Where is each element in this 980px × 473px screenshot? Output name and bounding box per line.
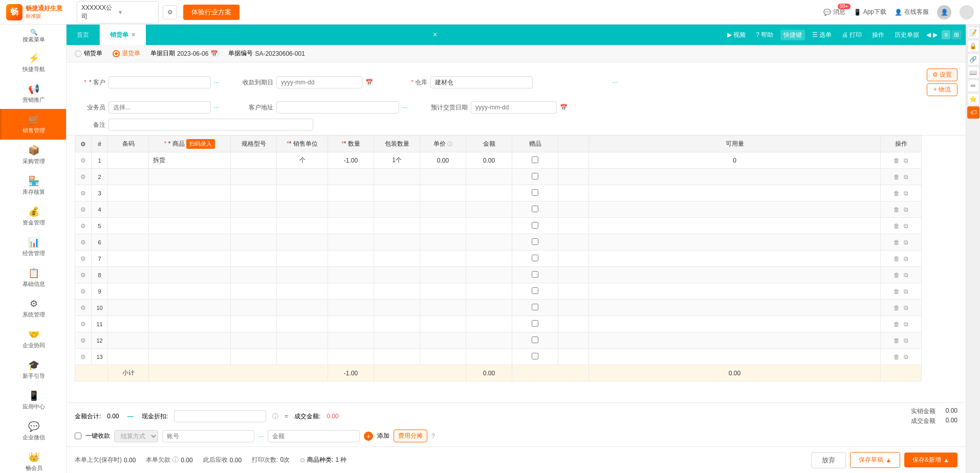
float-btn-note[interactable]: 📝: [967, 27, 979, 39]
price-info-icon[interactable]: ⓘ: [447, 141, 452, 147]
delete-row-icon[interactable]: 🗑: [894, 222, 900, 230]
row-pack[interactable]: [374, 316, 420, 332]
sidebar-item-finance[interactable]: 💰 资金管理: [0, 201, 66, 232]
row-barcode[interactable]: [108, 251, 149, 267]
abandon-button[interactable]: 放弃: [811, 452, 846, 468]
row-product[interactable]: [149, 300, 231, 316]
address-input[interactable]: [276, 101, 399, 114]
row-amount[interactable]: [466, 234, 512, 251]
row-gift-checkbox[interactable]: [512, 300, 558, 316]
row-amount[interactable]: [466, 185, 512, 201]
row-unit[interactable]: [277, 332, 328, 349]
row-pack[interactable]: [374, 201, 420, 218]
row-barcode[interactable]: [108, 201, 149, 218]
row-price[interactable]: 0.00: [420, 152, 466, 169]
row-gift-checkbox[interactable]: [512, 316, 558, 332]
row-pack[interactable]: [374, 218, 420, 234]
row-unit[interactable]: [277, 169, 328, 185]
row-spec[interactable]: [231, 332, 277, 349]
copy-row-icon[interactable]: ⧉: [904, 206, 908, 213]
row-gear[interactable]: ⚙: [75, 152, 92, 169]
toolbar-help-btn[interactable]: ? 帮助: [753, 30, 776, 40]
row-barcode[interactable]: [108, 300, 149, 316]
row-unit[interactable]: [277, 316, 328, 332]
online-service-button[interactable]: 👤 在线客服: [895, 8, 929, 16]
avatar2[interactable]: [960, 5, 974, 19]
save-new-button[interactable]: 保存&新增 ▲: [904, 453, 957, 467]
address-more-btn[interactable]: ···: [402, 104, 407, 111]
toolbar-video-btn[interactable]: ▶ 视频: [724, 30, 749, 40]
sidebar-item-management[interactable]: 📊 经营管理: [0, 232, 66, 262]
row-spec[interactable]: [231, 283, 277, 300]
calendar-icon[interactable]: 📅: [210, 50, 218, 57]
row-gift-checkbox[interactable]: [512, 201, 558, 218]
row-gear[interactable]: ⚙: [75, 169, 92, 185]
one-click-payment-checkbox[interactable]: [75, 433, 81, 439]
row-barcode[interactable]: [108, 234, 149, 251]
row-spec[interactable]: [231, 349, 277, 365]
row-product[interactable]: [149, 169, 231, 185]
payment-info-icon[interactable]: ?: [431, 433, 435, 440]
row-qty[interactable]: [328, 300, 374, 316]
row-price[interactable]: [420, 283, 466, 300]
sidebar-item-wechat[interactable]: 💬 企业微信: [0, 416, 66, 446]
delete-row-icon[interactable]: 🗑: [894, 239, 900, 246]
row-unit[interactable]: [277, 218, 328, 234]
row-barcode[interactable]: [108, 283, 149, 300]
expected-date-calendar-icon[interactable]: 📅: [560, 104, 568, 111]
delete-row-icon[interactable]: 🗑: [894, 304, 900, 311]
row-qty[interactable]: [328, 332, 374, 349]
row-gear[interactable]: ⚙: [75, 201, 92, 218]
row-barcode[interactable]: [108, 169, 149, 185]
row-product[interactable]: [149, 332, 231, 349]
overdue-info-icon[interactable]: ⓘ: [172, 456, 179, 464]
due-date-calendar-icon[interactable]: 📅: [365, 79, 373, 86]
row-spec[interactable]: [231, 267, 277, 283]
tab-sales[interactable]: 销货单 ×: [100, 25, 146, 45]
row-gear[interactable]: ⚙: [75, 316, 92, 332]
float-btn-edit[interactable]: ✏: [967, 80, 979, 92]
app-download-button[interactable]: 📱 App下载: [854, 8, 886, 16]
row-price[interactable]: [420, 251, 466, 267]
delete-row-icon[interactable]: 🗑: [894, 173, 900, 181]
sidebar-item-basic-info[interactable]: 📋 基础信息: [0, 262, 66, 293]
row-barcode[interactable]: [108, 316, 149, 332]
row-barcode[interactable]: [108, 218, 149, 234]
row-qty[interactable]: [328, 349, 374, 365]
row-qty[interactable]: [328, 234, 374, 251]
row-unit[interactable]: [277, 185, 328, 201]
toolbar-print-btn[interactable]: 🖨 打印: [839, 30, 865, 40]
row-pack[interactable]: [374, 283, 420, 300]
delete-row-icon[interactable]: 🗑: [894, 337, 900, 344]
row-qty[interactable]: [328, 201, 374, 218]
row-product[interactable]: [149, 349, 231, 365]
sidebar-item-apps[interactable]: 📱 应用中心: [0, 385, 66, 416]
sidebar-item-sales[interactable]: 🛒 销售管理: [0, 109, 66, 140]
th-settings[interactable]: ⚙: [75, 136, 92, 152]
delete-row-icon[interactable]: 🗑: [894, 255, 900, 262]
row-qty[interactable]: [328, 283, 374, 300]
row-gift-checkbox[interactable]: [512, 332, 558, 349]
row-price[interactable]: [420, 267, 466, 283]
delete-row-icon[interactable]: 🗑: [894, 190, 900, 197]
copy-row-icon[interactable]: ⧉: [904, 304, 908, 311]
sidebar-item-purchase[interactable]: 📦 采购管理: [0, 140, 66, 170]
row-gear[interactable]: ⚙: [75, 267, 92, 283]
row-pack[interactable]: [374, 251, 420, 267]
sidebar-item-inventory[interactable]: 🏪 库存核算: [0, 170, 66, 201]
float-btn-tag[interactable]: 🏷: [967, 106, 979, 119]
row-product[interactable]: [149, 234, 231, 251]
row-amount[interactable]: [466, 201, 512, 218]
row-pack[interactable]: [374, 185, 420, 201]
row-gift-checkbox[interactable]: [512, 267, 558, 283]
row-gift-checkbox[interactable]: [512, 169, 558, 185]
row-price[interactable]: [420, 185, 466, 201]
row-product[interactable]: [149, 251, 231, 267]
copy-row-icon[interactable]: ⧉: [904, 337, 908, 344]
row-unit[interactable]: [277, 300, 328, 316]
logistics-button[interactable]: + 物流: [927, 83, 957, 96]
settings-icon[interactable]: ⚙: [163, 5, 177, 19]
expense-split-button[interactable]: 费用分摊: [394, 430, 427, 442]
sidebar-item-quick-nav[interactable]: ⚡ 快捷导航: [0, 48, 66, 78]
customer-more-btn[interactable]: ···: [214, 79, 219, 86]
